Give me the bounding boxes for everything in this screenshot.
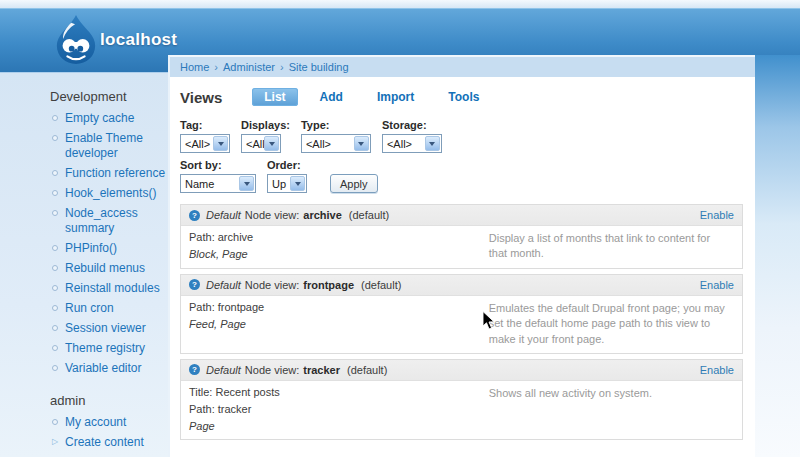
dropdown-arrow-icon[interactable] bbox=[425, 136, 440, 151]
tab-add[interactable]: Add bbox=[308, 88, 355, 106]
circle-bullet-icon bbox=[52, 325, 58, 331]
dropdown-arrow-icon[interactable] bbox=[354, 136, 369, 151]
sidebar-item-node-access-summary[interactable]: Node_access summary bbox=[52, 206, 180, 236]
content-panel: Home › Administer › Site building Views … bbox=[168, 55, 755, 457]
background-gradient-strip bbox=[755, 55, 800, 457]
view-kind-label: Node view: bbox=[245, 209, 299, 221]
sidebar-item-rebuild-menus[interactable]: Rebuild menus bbox=[52, 261, 180, 276]
view-description: Shows all new activity on system. bbox=[489, 386, 734, 433]
breadcrumb-home[interactable]: Home bbox=[180, 61, 209, 73]
type-filter-select[interactable]: <All> bbox=[301, 134, 371, 153]
site-name: localhost bbox=[100, 30, 177, 50]
sidebar-menu-development: Empty cache Enable Theme developer Funct… bbox=[52, 111, 180, 376]
view-row-frontpage: ? Default Node view: frontpage (default)… bbox=[180, 274, 743, 354]
sidebar-item-session-viewer[interactable]: Session viewer bbox=[52, 321, 180, 336]
view-kind-label: Node view: bbox=[245, 364, 299, 376]
storage-filter-select[interactable]: <All> bbox=[382, 134, 442, 153]
filter-order: Order: Up bbox=[267, 159, 307, 193]
view-name: archive bbox=[303, 209, 342, 221]
view-row-body: Path: archive Block, Page Display a list… bbox=[181, 226, 742, 268]
sidebar-heading-development: Development bbox=[50, 89, 168, 104]
breadcrumb-separator: › bbox=[214, 61, 218, 73]
filter-tag: Tag: <All> bbox=[180, 119, 230, 153]
dropdown-arrow-icon[interactable] bbox=[213, 136, 228, 151]
help-icon[interactable]: ? bbox=[189, 279, 200, 290]
drupal-logo-icon bbox=[53, 14, 99, 66]
tag-filter-select[interactable]: <All> bbox=[180, 134, 230, 153]
view-path: Path: tracker bbox=[189, 403, 489, 416]
circle-bullet-icon bbox=[52, 265, 58, 271]
sidebar-menu-admin: My account ▷Create content ▽Administer ▷… bbox=[52, 415, 180, 457]
tab-import[interactable]: Import bbox=[365, 88, 426, 106]
breadcrumb-separator: › bbox=[280, 61, 284, 73]
circle-bullet-icon bbox=[52, 115, 58, 121]
dropdown-arrow-icon[interactable] bbox=[264, 136, 279, 151]
view-suffix: (default) bbox=[349, 209, 389, 221]
view-displays: Block, Page bbox=[189, 248, 489, 261]
dropdown-arrow-icon[interactable] bbox=[239, 176, 254, 191]
enable-link[interactable]: Enable bbox=[700, 279, 734, 291]
view-displays: Page bbox=[189, 420, 489, 433]
sidebar-item-empty-cache[interactable]: Empty cache bbox=[52, 111, 180, 126]
sidebar-item-reinstall-modules[interactable]: Reinstall modules bbox=[52, 281, 180, 296]
filter-storage: Storage: <All> bbox=[382, 119, 442, 153]
circle-bullet-icon bbox=[52, 305, 58, 311]
chevron-right-icon[interactable]: ▷ bbox=[52, 436, 58, 448]
sidebar-item-function-reference[interactable]: Function reference bbox=[52, 166, 180, 181]
view-name: tracker bbox=[303, 364, 340, 376]
type-filter-label: Type: bbox=[301, 119, 371, 131]
sidebar-item-hook-elements[interactable]: Hook_elements() bbox=[52, 186, 180, 201]
sidebar-item-theme-registry[interactable]: Theme registry bbox=[52, 341, 180, 356]
view-type-label: Default bbox=[206, 209, 241, 221]
help-icon[interactable]: ? bbox=[189, 364, 200, 375]
displays-filter-label: Displays: bbox=[241, 119, 290, 131]
view-description: Emulates the default Drupal front page; … bbox=[489, 301, 734, 347]
circle-bullet-icon bbox=[52, 365, 58, 371]
sidebar-item-enable-theme-developer[interactable]: Enable Theme developer bbox=[52, 131, 180, 161]
mouse-cursor bbox=[482, 311, 496, 331]
views-list: ? Default Node view: archive (default) E… bbox=[180, 204, 743, 440]
enable-link[interactable]: Enable bbox=[700, 209, 734, 221]
view-name: frontpage bbox=[303, 279, 354, 291]
filter-sort-by: Sort by: Name bbox=[180, 159, 256, 193]
circle-bullet-icon bbox=[52, 345, 58, 351]
circle-bullet-icon bbox=[52, 170, 58, 176]
tab-list[interactable]: List bbox=[252, 88, 297, 106]
apply-button[interactable]: Apply bbox=[330, 174, 378, 193]
view-row-tracker: ? Default Node view: tracker (default) E… bbox=[180, 359, 743, 440]
sidebar-item-phpinfo[interactable]: PHPinfo() bbox=[52, 241, 180, 256]
order-filter-label: Order: bbox=[267, 159, 307, 171]
view-suffix: (default) bbox=[347, 364, 387, 376]
sidebar-heading-admin: admin bbox=[50, 393, 168, 408]
sort-by-filter-select[interactable]: Name bbox=[180, 174, 256, 193]
displays-filter-select[interactable]: <All> bbox=[241, 134, 281, 153]
view-type-label: Default bbox=[206, 279, 241, 291]
circle-bullet-icon bbox=[52, 419, 58, 425]
view-kind-label: Node view: bbox=[245, 279, 299, 291]
breadcrumb: Home › Administer › Site building bbox=[170, 57, 755, 77]
enable-link[interactable]: Enable bbox=[700, 364, 734, 376]
view-displays: Feed, Page bbox=[189, 318, 489, 331]
sidebar-item-create-content[interactable]: ▷Create content bbox=[52, 435, 180, 450]
circle-bullet-icon bbox=[52, 190, 58, 196]
view-row-header: ? Default Node view: archive (default) E… bbox=[181, 205, 742, 226]
tag-filter-label: Tag: bbox=[180, 119, 230, 131]
page-title: Views bbox=[180, 89, 222, 106]
view-row-archive: ? Default Node view: archive (default) E… bbox=[180, 204, 743, 269]
sidebar-item-my-account[interactable]: My account bbox=[52, 415, 180, 430]
circle-bullet-icon bbox=[52, 245, 58, 251]
filter-displays: Displays: <All> bbox=[241, 119, 290, 153]
view-row-body: Title: Recent posts Path: tracker Page S… bbox=[181, 381, 742, 439]
sidebar: Development Empty cache Enable Theme dev… bbox=[0, 72, 168, 457]
breadcrumb-site-building[interactable]: Site building bbox=[289, 61, 349, 73]
dropdown-arrow-icon[interactable] bbox=[290, 176, 305, 191]
storage-filter-label: Storage: bbox=[382, 119, 442, 131]
sidebar-item-run-cron[interactable]: Run cron bbox=[52, 301, 180, 316]
breadcrumb-administer[interactable]: Administer bbox=[223, 61, 275, 73]
tab-tools[interactable]: Tools bbox=[436, 88, 491, 106]
view-row-header: ? Default Node view: tracker (default) E… bbox=[181, 360, 742, 381]
circle-bullet-icon bbox=[52, 285, 58, 291]
order-filter-select[interactable]: Up bbox=[267, 174, 307, 193]
help-icon[interactable]: ? bbox=[189, 210, 200, 221]
sidebar-item-variable-editor[interactable]: Variable editor bbox=[52, 361, 180, 376]
